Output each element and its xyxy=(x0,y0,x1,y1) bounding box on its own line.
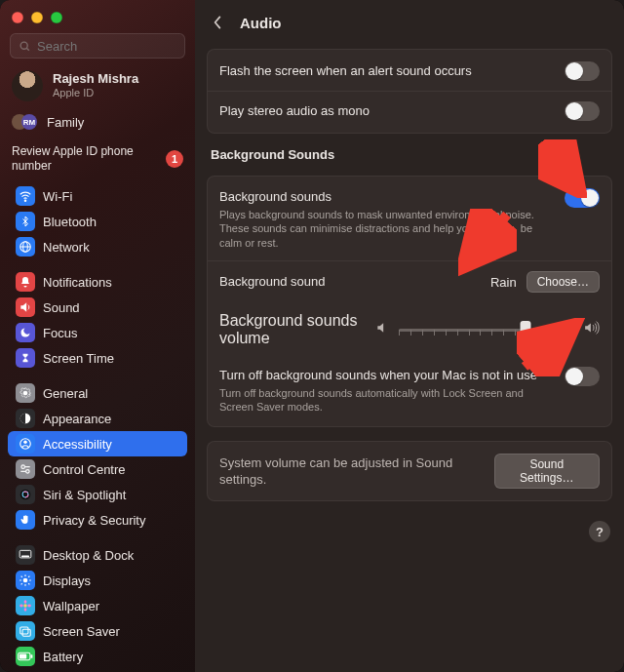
search-input[interactable] xyxy=(37,39,176,54)
svg-line-26 xyxy=(28,576,29,577)
wifi-icon xyxy=(16,186,35,206)
bg-sound-choose-button[interactable]: Choose… xyxy=(526,271,600,293)
notification-badge: 1 xyxy=(166,150,183,168)
sidebar-item-screen-time[interactable]: Screen Time xyxy=(8,345,187,371)
chevron-left-icon xyxy=(212,15,223,30)
bg-sound-value: Rain xyxy=(490,275,517,290)
svg-point-9 xyxy=(21,465,25,469)
svg-line-1 xyxy=(26,48,29,51)
bg-volume-slider[interactable] xyxy=(399,320,574,339)
bg-master-toggle[interactable] xyxy=(565,188,600,208)
search-icon xyxy=(19,40,31,53)
svg-point-11 xyxy=(26,470,29,474)
speaker-icon xyxy=(16,297,35,317)
sidebar-item-privacy-security[interactable]: Privacy & Security xyxy=(8,507,187,533)
mono-audio-toggle[interactable] xyxy=(565,101,600,121)
settings-window: Rajesh Mishra Apple ID RM Family Review … xyxy=(0,0,624,672)
bg-auto-off-label: Turn off background sounds when your Mac… xyxy=(219,367,553,384)
zoom-window-button[interactable] xyxy=(51,12,62,23)
sidebar-item-desktop-dock[interactable]: Desktop & Dock xyxy=(8,542,187,568)
back-button[interactable] xyxy=(205,10,230,35)
svg-point-27 xyxy=(23,604,27,608)
svg-point-18 xyxy=(23,578,28,583)
svg-line-23 xyxy=(21,576,22,577)
switches-icon xyxy=(16,459,35,479)
svg-point-2 xyxy=(24,200,25,201)
bg-volume-label: Background sounds volume xyxy=(219,312,366,347)
account-subtitle: Apple ID xyxy=(53,87,138,99)
svg-point-13 xyxy=(20,490,31,500)
mono-audio-row: Play stereo audio as mono xyxy=(208,91,611,131)
titlebar: Audio xyxy=(195,0,624,43)
dock-icon xyxy=(16,545,35,565)
family-label: Family xyxy=(47,115,84,130)
hourglass-icon xyxy=(16,348,35,368)
apple-id-account[interactable]: Rajesh Mishra Apple ID xyxy=(0,66,195,109)
search-field[interactable] xyxy=(10,33,185,59)
svg-rect-36 xyxy=(20,654,26,659)
sidebar-item-screen-saver[interactable]: Screen Saver xyxy=(8,618,187,644)
svg-rect-17 xyxy=(21,556,29,558)
sidebar-item-label: Wi-Fi xyxy=(43,189,72,204)
person-icon xyxy=(16,434,35,454)
bg-sound-row: Background sound Rain Choose… xyxy=(208,260,611,302)
bg-master-sub: Plays background sounds to mask unwanted… xyxy=(219,208,553,252)
sidebar-item-label: Battery xyxy=(43,650,83,664)
sidebar-item-focus[interactable]: Focus xyxy=(8,320,187,345)
sidebar-item-battery[interactable]: Battery xyxy=(8,644,187,669)
sidebar-item-appearance[interactable]: Appearance xyxy=(8,406,187,431)
svg-rect-32 xyxy=(20,627,28,634)
sidebar-item-bluetooth[interactable]: Bluetooth xyxy=(8,209,187,234)
sidebar-item-control-centre[interactable]: Control Centre xyxy=(8,456,187,482)
sidebar-item-label: Control Centre xyxy=(43,462,126,477)
family-row[interactable]: RM Family xyxy=(0,109,195,138)
sidebar-item-accessibility[interactable]: Accessibility xyxy=(8,431,187,456)
minimize-window-button[interactable] xyxy=(31,12,43,23)
sidebar-item-label: General xyxy=(43,386,88,401)
sidebar-item-wallpaper[interactable]: Wallpaper xyxy=(8,593,187,618)
sound-settings-button[interactable]: Sound Settings… xyxy=(494,454,600,489)
sidebar-item-label: Displays xyxy=(43,573,91,588)
svg-point-0 xyxy=(20,42,27,49)
sidebar-item-label: Screen Saver xyxy=(43,624,120,639)
moon-icon xyxy=(16,323,35,342)
flower-icon xyxy=(16,596,35,615)
sidebar-item-sound[interactable]: Sound xyxy=(8,295,187,320)
svg-point-28 xyxy=(24,600,27,604)
sidebar-item-wi-fi[interactable]: Wi-Fi xyxy=(8,183,187,209)
svg-point-31 xyxy=(27,605,31,608)
bg-auto-off-sub: Turn off background sounds automatically… xyxy=(219,386,553,415)
battery-icon xyxy=(16,647,35,666)
globe-icon xyxy=(16,237,35,257)
family-avatars: RM xyxy=(12,113,37,131)
svg-line-25 xyxy=(21,583,22,584)
sidebar-item-network[interactable]: Network xyxy=(8,234,187,259)
contrast-icon xyxy=(16,409,35,428)
alerts-card: Flash the screen when an alert sound occ… xyxy=(207,49,612,134)
slider-thumb[interactable] xyxy=(520,321,530,338)
flash-screen-toggle[interactable] xyxy=(565,61,600,81)
sidebar-item-general[interactable]: General xyxy=(8,380,187,406)
sidebar-item-displays[interactable]: Displays xyxy=(8,568,187,593)
background-sounds-heading: Background Sounds xyxy=(207,147,612,162)
bg-master-row: Background sounds Plays background sound… xyxy=(208,178,611,260)
gear-icon xyxy=(16,383,35,403)
review-apple-id-row[interactable]: Review Apple ID phone number 1 xyxy=(0,138,195,183)
sidebar-item-notifications[interactable]: Notifications xyxy=(8,269,187,295)
volume-high-icon xyxy=(584,321,600,338)
sidebar-item-label: Appearance xyxy=(43,412,111,426)
flash-screen-row: Flash the screen when an alert sound occ… xyxy=(208,52,611,91)
footer-row: System volume can be adjusted in Sound s… xyxy=(208,444,611,498)
sidebar-item-label: Screen Time xyxy=(43,351,114,366)
sidebar: Rajesh Mishra Apple ID RM Family Review … xyxy=(0,0,195,672)
bg-auto-off-toggle[interactable] xyxy=(565,367,600,386)
footer-card: System volume can be adjusted in Sound s… xyxy=(207,441,612,501)
close-window-button[interactable] xyxy=(12,12,23,23)
help-button[interactable]: ? xyxy=(589,521,610,542)
content-pane: Audio Flash the screen when an alert sou… xyxy=(195,0,624,672)
sidebar-item-siri-spotlight[interactable]: Siri & Spotlight xyxy=(8,482,187,507)
review-text: Review Apple ID phone number xyxy=(12,144,148,174)
svg-point-29 xyxy=(24,608,27,612)
sun-icon xyxy=(16,571,35,590)
flash-screen-label: Flash the screen when an alert sound occ… xyxy=(219,62,472,80)
